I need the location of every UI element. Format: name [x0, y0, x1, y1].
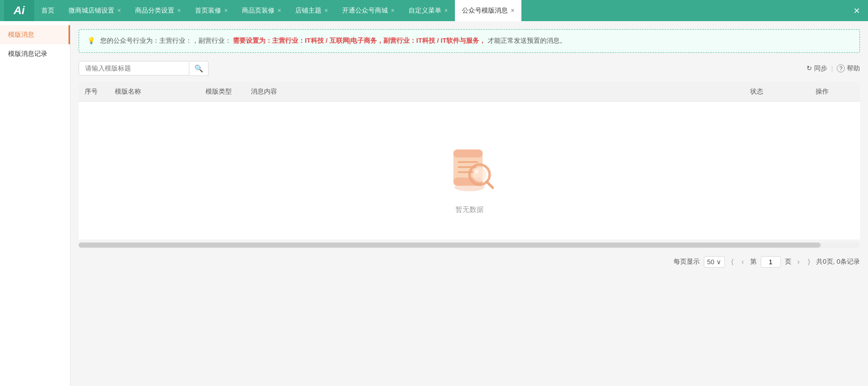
nav-tab-wshop-label: 微商城店铺设置: [69, 6, 114, 15]
empty-state: 暂无数据: [85, 107, 854, 235]
scrollbar-thumb[interactable]: [79, 243, 821, 248]
sidebar: 模版消息 模版消息记录: [0, 21, 71, 386]
nav-tab-templatemsg-label: 公众号模版消息: [462, 6, 508, 15]
sync-icon: ↻: [807, 64, 812, 72]
sidebar-item-template[interactable]: 模版消息: [0, 25, 70, 44]
nav-tab-wxshop-label: 开通公众号商城: [342, 6, 388, 15]
sidebar-item-templatelog-label: 模版消息记录: [8, 50, 47, 57]
next-page-icon: ›: [797, 258, 800, 266]
nav-tab-homepage-label: 首页装修: [195, 6, 221, 15]
page-size-label: 每页显示: [674, 257, 700, 266]
svg-rect-2: [453, 149, 483, 158]
notice-prefix: 您的公众号行业为：主营行业：，副营行业：: [100, 37, 231, 44]
prev-page-button[interactable]: ‹: [740, 257, 746, 267]
notice-box: 💡 您的公众号行业为：主营行业：，副营行业： 需要设置为：主营行业：IT科技 /…: [79, 29, 860, 53]
total-info: 共0页, 0条记录: [816, 257, 860, 266]
nav-tab-wshop-close[interactable]: ×: [117, 7, 121, 14]
first-page-icon: ⟨: [731, 258, 733, 266]
nav-tab-theme-label: 店铺主题: [295, 6, 321, 15]
nav-tab-category[interactable]: 商品分类设置 ×: [128, 0, 188, 21]
data-table: 序号 模版名称 模版类型 消息内容 状态 操作: [79, 82, 860, 240]
sync-label: 同步: [814, 64, 827, 72]
next-page-button[interactable]: ›: [795, 257, 802, 267]
page-label-pre: 第: [750, 257, 757, 266]
svg-point-8: [473, 168, 487, 182]
search-icon: 🔍: [194, 64, 203, 72]
search-right: ↻ 同步 | ? 帮助: [807, 64, 860, 73]
nav-tab-category-close[interactable]: ×: [177, 7, 181, 14]
nav-tab-category-label: 商品分类设置: [135, 6, 174, 15]
nav-tab-theme-close[interactable]: ×: [324, 7, 328, 14]
logo: Ai: [4, 0, 34, 21]
col-header-content: 消息内容: [245, 82, 744, 102]
col-header-seq: 序号: [79, 82, 109, 102]
first-page-button[interactable]: ⟨: [729, 257, 736, 267]
search-bar: 🔍 ↻ 同步 | ? 帮助: [79, 61, 860, 76]
last-page-button[interactable]: ⟩: [806, 257, 812, 267]
nav-tab-home[interactable]: 首页: [34, 0, 61, 21]
page-size-select[interactable]: 50 ∨: [704, 256, 725, 268]
col-header-name: 模版名称: [109, 82, 199, 102]
nav-tab-productpage[interactable]: 商品页装修 ×: [235, 0, 288, 21]
table-empty-cell: 暂无数据: [79, 101, 860, 240]
nav-tab-templatemsg-close[interactable]: ×: [511, 7, 514, 14]
col-header-type: 模版类型: [199, 82, 245, 102]
empty-text: 暂无数据: [85, 205, 854, 214]
empty-illustration: [439, 137, 500, 197]
nav-tab-productpage-label: 商品页装修: [242, 6, 275, 15]
page-size-chevron-icon: ∨: [716, 258, 721, 266]
nav-tab-wxshop-close[interactable]: ×: [391, 7, 394, 14]
nav-tab-wxshop[interactable]: 开通公众号商城 ×: [335, 0, 402, 21]
prev-page-icon: ‹: [742, 258, 744, 266]
nav-tab-templatemsg[interactable]: 公众号模版消息 ×: [455, 0, 521, 21]
toolbar-divider: |: [831, 64, 833, 72]
help-button[interactable]: ? 帮助: [837, 64, 860, 73]
svg-line-9: [487, 182, 493, 188]
notice-suffix: 才能正常发送预置的消息。: [488, 37, 566, 44]
help-icon: ?: [837, 64, 845, 72]
notice-icon: 💡: [87, 37, 95, 44]
nav-tab-custommenu-label: 自定义菜单: [409, 6, 441, 15]
pagination: 每页显示 50 ∨ ⟨ ‹ 第 页 › ⟩ 共0页, 0条记录: [79, 250, 860, 270]
horizontal-scrollbar[interactable]: [79, 242, 860, 248]
nav-tab-productpage-close[interactable]: ×: [278, 7, 281, 14]
nav-tab-home-label: 首页: [41, 6, 54, 15]
nav-tab-wshop[interactable]: 微商城店铺设置 ×: [61, 0, 128, 21]
nav-tab-custommenu-close[interactable]: ×: [444, 7, 448, 14]
nav-tab-homepage-close[interactable]: ×: [224, 7, 228, 14]
svg-point-10: [475, 170, 479, 174]
top-navigation: Ai 首页 微商城店铺设置 × 商品分类设置 × 首页装修 × 商品页装修 × …: [0, 0, 868, 21]
col-header-action: 操作: [810, 82, 860, 102]
search-button[interactable]: 🔍: [189, 61, 209, 76]
notice-highlight: 需要设置为：主营行业：IT科技 / 互联网|电子商务，副营行业：IT科技 / I…: [233, 37, 486, 44]
nav-close-all-button[interactable]: ✕: [849, 6, 864, 16]
content-area: 💡 您的公众号行业为：主营行业：，副营行业： 需要设置为：主营行业：IT科技 /…: [71, 21, 868, 386]
table-empty-row: 暂无数据: [79, 101, 860, 240]
sync-button[interactable]: ↻ 同步: [807, 64, 827, 73]
page-size-value: 50: [707, 258, 714, 266]
nav-tab-custommenu[interactable]: 自定义菜单 ×: [402, 0, 455, 21]
col-header-status: 状态: [744, 82, 810, 102]
help-label: 帮助: [847, 64, 860, 72]
table-header-row: 序号 模版名称 模版类型 消息内容 状态 操作: [79, 82, 860, 102]
page-number-input[interactable]: [761, 256, 781, 268]
search-left: 🔍: [79, 61, 209, 76]
nav-tab-homepage[interactable]: 首页装修 ×: [188, 0, 235, 21]
main-layout: 模版消息 模版消息记录 💡 您的公众号行业为：主营行业：，副营行业： 需要设置为…: [0, 21, 868, 386]
sidebar-item-templatelog[interactable]: 模版消息记录: [0, 44, 70, 63]
last-page-icon: ⟩: [808, 258, 810, 266]
sidebar-item-template-label: 模版消息: [8, 31, 34, 38]
nav-tab-theme[interactable]: 店铺主题 ×: [288, 0, 335, 21]
search-input[interactable]: [79, 61, 189, 75]
page-label-suf: 页: [785, 257, 791, 266]
